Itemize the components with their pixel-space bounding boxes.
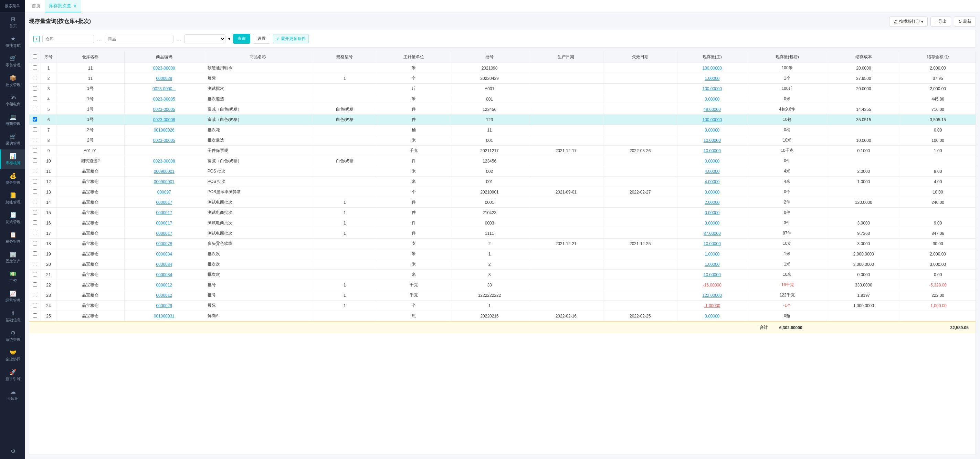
sidebar-item-enterprise[interactable]: 🤝 企业协同	[0, 346, 25, 365]
tab-close-icon[interactable]: ✕	[73, 3, 77, 8]
row-checkbox-8[interactable]	[29, 146, 41, 156]
print-button[interactable]: 🖨 按模板打印 ▾	[889, 16, 928, 27]
table-row[interactable]: 24 晶宝粮仓 0000029 展际 1 个 1 -1.00000 -1个 1,…	[29, 301, 975, 311]
row-checkbox-12[interactable]	[29, 187, 41, 197]
tab-inventory-batch[interactable]: 库存批次查 ✕	[45, 0, 81, 13]
table-row[interactable]: 19 晶宝粮仓 0000084 批次次 米 1 1.00000 1米 2,000…	[29, 249, 975, 259]
row-checkbox-22[interactable]	[29, 290, 41, 301]
table-row[interactable]: 14 晶宝粮仓 0000017 测试电商批次 1 件 0001 2.00000 …	[29, 197, 975, 208]
sidebar-item-cloud[interactable]: ☁ 云应用	[0, 385, 25, 405]
row-checkbox-16[interactable]	[29, 228, 41, 239]
tab-home[interactable]: 首页	[27, 0, 45, 13]
sidebar-item-guide[interactable]: 🚀 新手引导	[0, 365, 25, 385]
sidebar-item-management[interactable]: 📈 经营管理	[0, 287, 25, 306]
row-stock-qty-17[interactable]: 10.00000	[677, 239, 747, 249]
row-product-code-5[interactable]: 0023-00008	[124, 115, 204, 125]
table-row[interactable]: 10 测试遴选2 0023-00008 富减（白色/奶糖） 白色/奶糖 件 12…	[29, 156, 975, 166]
row-stock-qty-12[interactable]: 0.00000	[677, 187, 747, 197]
row-checkbox-5[interactable]	[29, 115, 41, 125]
row-product-code-12[interactable]: 000097	[124, 187, 204, 197]
table-row[interactable]: 7 2号 001000026 批次花 桶 11 0.00000 0桶 0.00	[29, 125, 975, 135]
sidebar-item-inventory[interactable]: 📊 库存核算	[0, 150, 25, 169]
sidebar-item-home[interactable]: ⊞ 首页	[0, 13, 25, 32]
row-product-code-9[interactable]: 0023-00008	[124, 156, 204, 166]
table-row[interactable]: 12 晶宝粮仓 000900001 POS 批次 米 001 4.00000 4…	[29, 177, 975, 187]
row-product-code-22[interactable]: 0000012	[124, 290, 204, 301]
row-product-code-11[interactable]: 000900001	[124, 177, 204, 187]
table-row[interactable]: 25 晶宝粮仓 001000031 鲜肉A 瓶 20220216 2022-02…	[29, 311, 975, 321]
row-stock-qty-13[interactable]: 2.00000	[677, 197, 747, 208]
row-checkbox-6[interactable]	[29, 125, 41, 135]
row-product-code-14[interactable]: 0000017	[124, 208, 204, 218]
table-row[interactable]: 11 晶宝粮仓 000900001 POS 批次 米 002 4.00000 4…	[29, 166, 975, 177]
table-row[interactable]: 18 晶宝粮仓 0000078 多头异色软线 支 2 2021-12-21 20…	[29, 239, 975, 249]
row-stock-qty-10[interactable]: 4.00000	[677, 166, 747, 177]
sidebar-item-fixed-assets[interactable]: 🏢 固定资产	[0, 247, 25, 267]
row-checkbox-2[interactable]	[29, 84, 41, 94]
row-checkbox-3[interactable]	[29, 94, 41, 104]
row-checkbox-17[interactable]	[29, 239, 41, 249]
sidebar-item-retail[interactable]: 🛒 零售管理	[0, 52, 25, 71]
row-checkbox-15[interactable]	[29, 218, 41, 228]
row-product-code-0[interactable]: 0023-00009	[124, 63, 204, 73]
table-row[interactable]: 6 1号 0023-00008 富减（白色/奶糖） 白色/奶糖 件 123 10…	[29, 115, 975, 125]
product-category-select[interactable]	[184, 34, 226, 43]
row-product-code-17[interactable]: 0000078	[124, 239, 204, 249]
row-stock-qty-5[interactable]: 100.00000	[677, 115, 747, 125]
row-checkbox-11[interactable]	[29, 177, 41, 187]
row-product-code-24[interactable]: 001000031	[124, 311, 204, 321]
row-product-code-6[interactable]: 001000026	[124, 125, 204, 135]
sidebar-item-finance[interactable]: 💰 资金管理	[0, 169, 25, 189]
row-stock-qty-9[interactable]: 0.00000	[677, 156, 747, 166]
table-row[interactable]: 15 晶宝粮仓 0000017 测试电商批次 1 件 210423 0.0000…	[29, 208, 975, 218]
row-product-code-8[interactable]	[124, 146, 204, 156]
table-row[interactable]: 3 1号 0023-0000... 测试批次 斤 A001 100.00000 …	[29, 84, 975, 94]
sidebar-item-general[interactable]: 📒 总账管理	[0, 189, 25, 208]
row-product-code-18[interactable]: 0000084	[124, 249, 204, 259]
row-stock-qty-2[interactable]: 100.00000	[677, 84, 747, 94]
row-checkbox-1[interactable]	[29, 73, 41, 84]
row-checkbox-7[interactable]	[29, 135, 41, 146]
row-product-code-21[interactable]: 0000012	[124, 280, 204, 290]
row-checkbox-19[interactable]	[29, 259, 41, 269]
row-checkbox-21[interactable]	[29, 280, 41, 290]
row-stock-qty-8[interactable]: 10.00000	[677, 146, 747, 156]
row-stock-qty-7[interactable]: 10.00000	[677, 135, 747, 146]
expand-more-conditions[interactable]: ✓ 展开更多条件	[273, 34, 309, 43]
select-all-checkbox[interactable]	[33, 54, 37, 59]
row-stock-qty-3[interactable]: 0.00000	[677, 94, 747, 104]
row-stock-qty-18[interactable]: 1.00000	[677, 249, 747, 259]
table-row[interactable]: 1 11 0023-00009 软硬通用轴承 米 2021098 100.000…	[29, 63, 975, 73]
sidebar-settings[interactable]: ⚙	[0, 445, 25, 459]
row-product-code-4[interactable]: 0023-00005	[124, 104, 204, 115]
settings-button[interactable]: 设置	[253, 34, 270, 44]
row-checkbox-4[interactable]	[29, 104, 41, 115]
row-product-code-19[interactable]: 0000084	[124, 259, 204, 269]
row-product-code-15[interactable]: 0000017	[124, 218, 204, 228]
row-stock-qty-0[interactable]: 100.00000	[677, 63, 747, 73]
product-filter-input[interactable]	[105, 35, 173, 43]
row-checkbox-9[interactable]	[29, 156, 41, 166]
table-row[interactable]: 8 2号 0023-00005 批次遴选 米 001 10.00000 10米 …	[29, 135, 975, 146]
sidebar-item-wholesale[interactable]: 📦 批发管理	[0, 71, 25, 91]
row-checkbox-0[interactable]	[29, 63, 41, 73]
row-stock-qty-21[interactable]: -16.00000	[677, 280, 747, 290]
row-stock-qty-4[interactable]: 49.60000	[677, 104, 747, 115]
sidebar-item-invoice[interactable]: 🧾 发票管理	[0, 208, 25, 228]
row-product-code-3[interactable]: 0023-00005	[124, 94, 204, 104]
table-row[interactable]: 23 晶宝粮仓 0000012 批号 1 千克 1222222222 122.0…	[29, 290, 975, 301]
table-row[interactable]: 9 A01-01 子件保票规 千克 20211217 2021-12-17 20…	[29, 146, 975, 156]
row-stock-qty-16[interactable]: 87.00000	[677, 228, 747, 239]
row-product-code-20[interactable]: 0000084	[124, 269, 204, 280]
row-product-code-7[interactable]: 0023-00005	[124, 135, 204, 146]
sidebar-item-tax[interactable]: 📋 税务管理	[0, 228, 25, 247]
table-row[interactable]: 2 11 0000029 展际 1 个 20220429 1.00000 1个 …	[29, 73, 975, 84]
warehouse-filter-input[interactable]	[42, 35, 94, 43]
row-checkbox-20[interactable]	[29, 269, 41, 280]
table-row[interactable]: 5 1号 0023-00005 富减（白色/奶糖） 白色/奶糖 件 123456…	[29, 104, 975, 115]
table-row[interactable]: 17 晶宝粮仓 0000017 测试电商批次 1 件 1111 87.00000…	[29, 228, 975, 239]
row-checkbox-23[interactable]	[29, 301, 41, 311]
row-stock-qty-15[interactable]: 3.00000	[677, 218, 747, 228]
sidebar-item-purchase[interactable]: 🛒 采购管理	[0, 130, 25, 150]
sidebar-item-small-ecommerce[interactable]: 🛍 小额电商	[0, 91, 25, 110]
